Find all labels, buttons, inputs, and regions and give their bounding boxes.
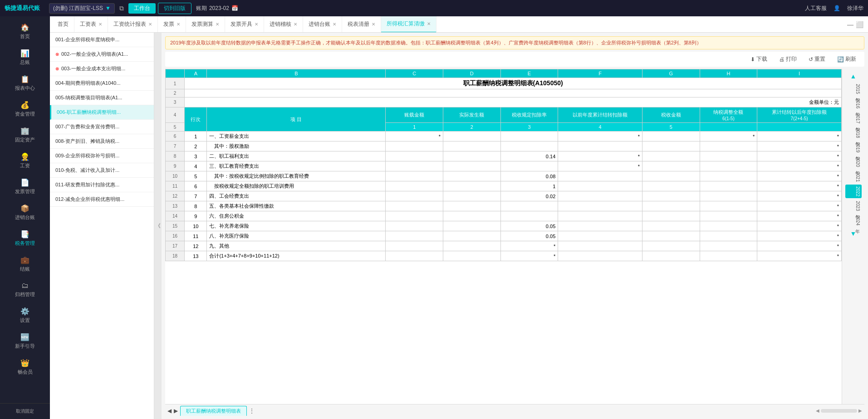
sub-num-7 xyxy=(757,123,842,132)
switch-btn[interactable]: 切到旧版 xyxy=(158,3,191,14)
year-2018[interactable]: 2018年 xyxy=(845,126,862,140)
tab-tax-list[interactable]: 税表清册 ✕ xyxy=(342,16,381,33)
sidebar-item-sales[interactable]: 📦 进销台账 xyxy=(0,200,50,225)
download-btn[interactable]: ⬇ 下载 xyxy=(747,54,771,64)
left-item-006-label: 006-职工薪酬纳税调整明细... xyxy=(57,109,121,116)
sidebar-item-payroll[interactable]: 👷 工资 xyxy=(0,148,50,174)
year-up-btn[interactable]: ▲ xyxy=(849,71,858,81)
reset-btn[interactable]: ↺ 重置 xyxy=(805,54,829,64)
left-item-009[interactable]: 009-企业所得税弥补亏损明... xyxy=(50,149,154,163)
err-icon-002: ⊗ xyxy=(55,52,59,57)
year-down-btn[interactable]: ▼ xyxy=(849,229,858,239)
year-2023[interactable]: 2023年 xyxy=(845,199,862,213)
sidebar-item-finance[interactable]: 💰 资金管理 xyxy=(0,96,50,122)
scroll-track[interactable] xyxy=(821,409,857,413)
table-row: 13 8 五、各类基本社会保障性缴款 xyxy=(166,201,842,211)
left-item-007[interactable]: 007-广告费和业务宣传费明... xyxy=(50,120,154,134)
tab-tax-annual[interactable]: 所得税汇算清缴 ✕ xyxy=(381,16,436,33)
sidebar-item-assets[interactable]: 🏢 固定资产 xyxy=(0,122,50,148)
tab-invoice[interactable]: 发票 ✕ xyxy=(158,16,186,33)
sheet-table: A B C D E F G H I xyxy=(165,69,842,261)
refresh-btn[interactable]: 🔄 刷新 xyxy=(834,54,860,64)
year-2024[interactable]: 2024年 xyxy=(845,214,862,227)
left-item-006[interactable]: 006-职工薪酬纳税调整明细... xyxy=(50,105,154,120)
sidebar-item-close[interactable]: 💼 结账 xyxy=(0,251,50,277)
sidebar-item-settings[interactable]: ⚙️ 设置 xyxy=(0,302,50,328)
left-item-003[interactable]: ⊗ 003-一般企业成本支出明细... xyxy=(50,62,154,76)
scroll-right-icon[interactable]: ▶ xyxy=(858,408,862,413)
sub-num-2: 2 xyxy=(443,123,501,132)
left-item-001[interactable]: 001-企业所得税年度纳税申... xyxy=(50,33,154,47)
left-item-011[interactable]: 011-研发费用加计扣除优惠... xyxy=(50,178,154,192)
calendar-icon[interactable]: 📅 xyxy=(231,5,238,11)
left-item-008[interactable]: 008-资产折旧、摊销及纳税... xyxy=(50,134,154,149)
tab-audit-close[interactable]: ✕ xyxy=(294,22,297,27)
company-selector[interactable]: (勿删) 江西韶宝-LSS ▼ xyxy=(49,3,115,14)
tab-tax-annual-close[interactable]: ✕ xyxy=(427,21,431,26)
sidebar-label-settings: 设置 xyxy=(20,317,30,324)
sidebar-item-guide[interactable]: 🆕 新手引导 xyxy=(0,328,50,354)
tab-invoice-issue-close[interactable]: ✕ xyxy=(255,22,258,27)
panel-collapse-btn[interactable]: 《 xyxy=(154,33,162,419)
year-2021[interactable]: 2021年 xyxy=(845,170,862,184)
tab-invoice-calc[interactable]: 发票测算 ✕ xyxy=(186,16,225,33)
tab-tax-list-close[interactable]: ✕ xyxy=(372,22,375,27)
work-tab-button[interactable]: 工作台 xyxy=(128,3,156,14)
left-item-002-label: 002-一般企业收入明细表(A1... xyxy=(61,51,128,58)
tab-ledger[interactable]: 进销台账 ✕ xyxy=(303,16,342,33)
tab-min-icon[interactable]: — xyxy=(847,21,853,28)
tab-audit[interactable]: 进销稽核 ✕ xyxy=(264,16,303,33)
sidebar-item-vip[interactable]: 👑 畅会员 xyxy=(0,354,50,380)
tab-payroll[interactable]: 工资表 ✕ xyxy=(74,16,108,33)
print-btn[interactable]: 🖨 打印 xyxy=(775,54,800,64)
sheet-tab-main[interactable]: 职工薪酬纳税调整明细表 xyxy=(180,406,247,416)
year-2016[interactable]: 2016年 xyxy=(845,97,862,110)
tab-invoice-close[interactable]: ✕ xyxy=(177,22,180,27)
download-icon: ⬇ xyxy=(750,56,755,63)
tab-payroll-report-close[interactable]: ✕ xyxy=(148,22,152,27)
year-2015[interactable]: 2015年 xyxy=(845,82,862,96)
year-2020[interactable]: 2020年 xyxy=(845,155,862,169)
sidebar-item-tax[interactable]: 📑 税务管理 xyxy=(0,225,50,251)
col-header-G: G xyxy=(642,69,700,78)
tab-payroll-close[interactable]: ✕ xyxy=(98,22,102,27)
sheet-nav-next[interactable]: ▶ xyxy=(174,408,178,414)
tab-invoice-issue[interactable]: 发票开具 ✕ xyxy=(225,16,264,33)
sidebar-label-guide: 新手引导 xyxy=(15,343,35,350)
tab-max-icon[interactable]: ⬜ xyxy=(856,21,863,28)
tab-payroll-label: 工资表 xyxy=(80,20,96,28)
left-item-004[interactable]: 004-期间费用明细表(A1040... xyxy=(50,76,154,91)
sidebar-item-report[interactable]: 📋 报表中心 xyxy=(0,70,50,96)
tab-ledger-label: 进销台账 xyxy=(309,20,330,28)
table-row: 18 13 合计(1+3+4+7+8+9+10+11+12) * xyxy=(166,251,842,261)
support-link[interactable]: 人工客服 xyxy=(805,5,827,12)
sidebar-item-ledger[interactable]: 📊 总账 xyxy=(0,44,50,70)
left-item-002[interactable]: ⊗ 002-一般企业收入明细表(A1... xyxy=(50,47,154,62)
table-row: 11 6 按税收规定全额扣除的职工培训费用 1 xyxy=(166,181,842,191)
sheet-nav-prev[interactable]: ◀ xyxy=(167,408,172,414)
header-col1: 账载金额 xyxy=(386,107,443,123)
tab-home[interactable]: 首页 xyxy=(52,16,74,33)
left-item-001-label: 001-企业所得税年度纳税申... xyxy=(55,36,119,43)
tab-invoice-calc-close[interactable]: ✕ xyxy=(216,22,219,27)
reset-icon: ↺ xyxy=(809,56,813,63)
year-2019[interactable]: 2019年 xyxy=(845,141,862,154)
sidebar-item-home[interactable]: 🏠 首页 xyxy=(0,19,50,44)
scroll-left-icon[interactable]: ◀ xyxy=(816,408,819,413)
header-col4: 以前年度累计结转扣除额 xyxy=(558,107,642,123)
year-2017[interactable]: 2017年 xyxy=(845,112,862,125)
year-2022[interactable]: 2022年 xyxy=(845,185,862,198)
left-item-005[interactable]: 005-纳税调整项目明细表(A1... xyxy=(50,91,154,105)
sidebar-item-archive[interactable]: 🗂 归档管理 xyxy=(0,277,50,302)
sheet-scroll[interactable]: A B C D E F G H I xyxy=(165,69,842,404)
unpin-button[interactable]: 取消固定 xyxy=(0,404,50,419)
payroll-icon: 👷 xyxy=(20,152,29,161)
sheet-tab-more[interactable]: ⋮ xyxy=(249,408,255,414)
left-item-012[interactable]: 012-减免企业所得税优惠明细... xyxy=(50,192,154,207)
sidebar-label-close: 结账 xyxy=(20,266,30,273)
sidebar-item-invoice[interactable]: 📄 发票管理 xyxy=(0,174,50,200)
tab-ledger-close[interactable]: ✕ xyxy=(333,22,336,27)
left-item-010[interactable]: 010-免税、减计收入及加计... xyxy=(50,163,154,178)
copy-icon[interactable]: ⧉ xyxy=(119,5,124,12)
tab-payroll-report[interactable]: 工资统计报表 ✕ xyxy=(108,16,158,33)
